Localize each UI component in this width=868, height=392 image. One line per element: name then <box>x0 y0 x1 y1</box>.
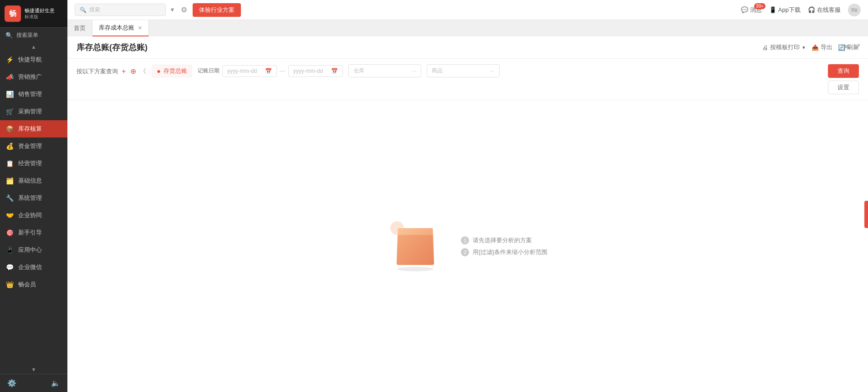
empty-illustration <box>388 219 443 274</box>
scheme-circle-icon: ● <box>157 67 160 75</box>
header-dropdown-arrow[interactable]: ▼ <box>169 6 175 13</box>
sidebar-item-label: 经营管理 <box>18 159 42 168</box>
sidebar: 畅 畅捷通好生意 标准版 🔍 搜索菜单 ▲ ⚡ 快捷导航 📣 营销推广 📊 销售… <box>0 0 67 392</box>
sidebar-scroll-up[interactable]: ▲ <box>0 43 67 51</box>
filter-collapse-button[interactable]: 《 <box>140 67 146 76</box>
sidebar-item-inventory[interactable]: 📦 库存核算 <box>0 120 67 137</box>
print-button[interactable]: 🖨 按模板打印 ▼ <box>762 43 806 51</box>
sidebar-item-marketing[interactable]: 📣 营销推广 <box>0 68 67 86</box>
product-more-icon: ··· <box>490 68 495 74</box>
message-item[interactable]: 💬 消息 99+ <box>741 6 762 14</box>
logo-icon: 畅 <box>5 5 21 22</box>
sidebar-item-enterprise[interactable]: 🤝 企业协同 <box>0 207 67 224</box>
header-search-icon: 🔍 <box>80 7 87 13</box>
header-search-box[interactable]: 🔍 搜索 <box>75 4 166 16</box>
sidebar-item-label: 营销推广 <box>18 73 42 81</box>
sidebar-item-capital[interactable]: 💰 资金管理 <box>0 137 67 155</box>
message-badge: 99+ <box>754 3 766 9</box>
product-placeholder: 商品 <box>432 67 443 75</box>
sidebar-item-purchase[interactable]: 🛒 采购管理 <box>0 103 67 120</box>
hint-num-2: 2 <box>461 248 469 256</box>
sidebar-item-label: 畅会员 <box>18 280 36 289</box>
print-label: 按模板打印 <box>770 43 800 51</box>
sidebar-item-label: 应用中心 <box>18 246 42 254</box>
filter-actions: 查询 设置 <box>828 64 859 94</box>
operations-icon: 📋 <box>5 160 14 167</box>
sidebar-search[interactable]: 🔍 搜索菜单 <box>0 28 67 43</box>
date-start-placeholder: yyyy-mm-dd <box>227 68 257 74</box>
wechat-icon: 💬 <box>5 264 14 271</box>
right-edge-panel[interactable] <box>864 201 868 228</box>
hint-num-1: 1 <box>461 236 469 244</box>
tab-home-label: 首页 <box>74 24 86 32</box>
logo-title: 畅捷通好生意 <box>25 7 55 14</box>
sidebar-item-operations[interactable]: 📋 经营管理 <box>0 155 67 172</box>
header-gear-button[interactable]: ⚙ <box>181 5 187 14</box>
empty-state: 1 请先选择要分析的方案 2 用[过滤]条件来缩小分析范围 <box>67 100 868 392</box>
sales-icon: 📊 <box>5 91 14 98</box>
app-download-item[interactable]: 📱 App下载 <box>769 6 801 14</box>
tab-home[interactable]: 首页 <box>67 20 92 36</box>
system-icon: 🔧 <box>5 194 14 202</box>
tab-inventory-ledger-label: 库存成本总账 <box>99 24 134 32</box>
sidebar-item-label: 企业协同 <box>18 211 42 219</box>
guide-icon: 🎯 <box>5 229 14 236</box>
marketing-icon: 📣 <box>5 73 14 81</box>
sidebar-item-label: 系统管理 <box>18 194 42 202</box>
enterprise-icon: 🤝 <box>5 212 14 219</box>
vip-icon: 👑 <box>5 281 14 288</box>
page-resize-button[interactable]: ⤢ <box>855 42 861 51</box>
filter-scheme[interactable]: ● 存货总账 <box>152 65 192 77</box>
export-label: 导出 <box>821 43 832 51</box>
date-end-placeholder: yyyy-mm-dd <box>293 68 323 74</box>
query-button[interactable]: 查询 <box>828 64 859 78</box>
sidebar-item-quick-nav[interactable]: ⚡ 快捷导航 <box>0 51 67 68</box>
export-button[interactable]: 📤 导出 <box>812 43 832 51</box>
page-header: 库存总账(存货总账) 🖨 按模板打印 ▼ 📤 导出 🔄 刷新 ✕ ⤢ <box>67 36 868 59</box>
page-area: 库存总账(存货总账) 🖨 按模板打印 ▼ 📤 导出 🔄 刷新 ✕ ⤢ <box>67 36 868 392</box>
online-service-item[interactable]: 🎧 在线客服 <box>808 6 841 14</box>
sidebar-item-system[interactable]: 🔧 系统管理 <box>0 189 67 207</box>
empty-box <box>397 233 434 265</box>
sidebar-item-sales[interactable]: 📊 销售管理 <box>0 86 67 103</box>
filter-label: 按以下方案查询 + ⊕ 《 <box>77 67 146 76</box>
sidebar-scroll-down[interactable]: ▼ <box>0 366 67 374</box>
empty-text: 1 请先选择要分析的方案 2 用[过滤]条件来缩小分析范围 <box>461 236 547 256</box>
sidebar-item-appcenter[interactable]: 📱 应用中心 <box>0 241 67 259</box>
sidebar-item-label: 快捷导航 <box>18 56 42 64</box>
user-info[interactable]: Rit <box>848 4 861 16</box>
print-arrow-icon: ▼ <box>802 45 806 50</box>
quick-nav-icon: ⚡ <box>5 56 14 63</box>
header-right: 💬 消息 99+ 📱 App下载 🎧 在线客服 Rit <box>741 4 861 16</box>
tab-inventory-ledger[interactable]: 库存成本总账 ✕ <box>92 20 149 36</box>
search-icon: 🔍 <box>5 32 13 39</box>
page-close-button[interactable]: ✕ <box>843 42 850 52</box>
product-filter[interactable]: 商品 ··· <box>427 64 500 77</box>
industry-button[interactable]: 体验行业方案 <box>193 3 241 17</box>
appcenter-icon: 📱 <box>5 246 14 254</box>
tab-bar: 首页 库存成本总账 ✕ <box>67 20 868 36</box>
sidebar-item-wechat[interactable]: 💬 企业微信 <box>0 259 67 276</box>
purchase-icon: 🛒 <box>5 108 14 115</box>
settings-icon[interactable]: ⚙️ <box>7 379 16 387</box>
empty-shadow <box>397 267 434 271</box>
filter-settings-button[interactable]: 设置 <box>828 81 859 94</box>
main-content: 🔍 搜索 ▼ ⚙ 体验行业方案 💬 消息 99+ 📱 App下载 🎧 在线客服 … <box>67 0 868 392</box>
calendar-end-icon: 📅 <box>331 68 338 74</box>
date-range: 记账日期 yyyy-mm-dd 📅 — yyyy-mm-dd 📅 <box>198 65 343 77</box>
filter-add-button[interactable]: + <box>121 67 127 76</box>
top-header: 🔍 搜索 ▼ ⚙ 体验行业方案 💬 消息 99+ 📱 App下载 🎧 在线客服 … <box>67 0 868 20</box>
sidebar-item-vip[interactable]: 👑 畅会员 <box>0 276 67 293</box>
sidebar-item-label: 销售管理 <box>18 90 42 98</box>
sidebar-item-guide[interactable]: 🎯 新手引导 <box>0 224 67 241</box>
speaker-icon[interactable]: 🔈 <box>51 379 60 387</box>
hint-text-1: 请先选择要分析的方案 <box>473 236 532 244</box>
sidebar-item-label: 库存核算 <box>18 125 42 133</box>
warehouse-filter[interactable]: 仓库 ··· <box>348 64 421 77</box>
date-end-input[interactable]: yyyy-mm-dd 📅 <box>288 65 343 77</box>
filter-manage-button[interactable]: ⊕ <box>129 67 137 76</box>
sidebar-item-basics[interactable]: 🗂️ 基础信息 <box>0 172 67 189</box>
capital-icon: 💰 <box>5 143 14 150</box>
date-start-input[interactable]: yyyy-mm-dd 📅 <box>222 65 277 77</box>
tab-close-icon[interactable]: ✕ <box>138 25 142 31</box>
